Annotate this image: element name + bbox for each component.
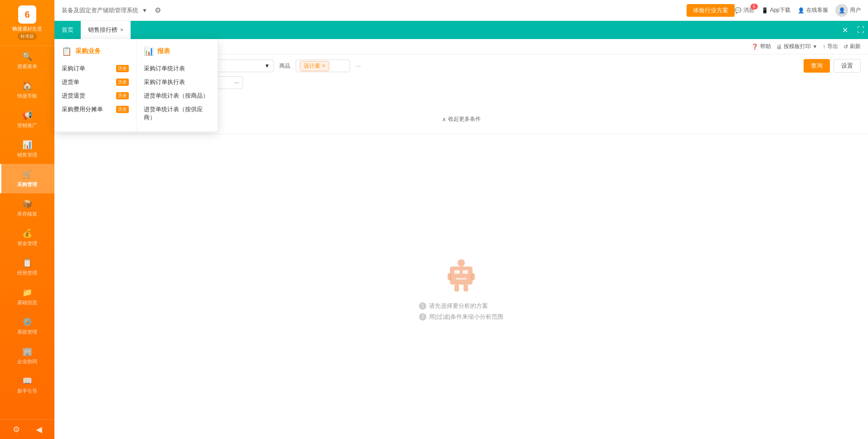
export-icon: ↑ — [823, 44, 825, 50]
print-btn[interactable]: 🖨 按模板打印 ▼ — [776, 43, 817, 50]
sidebar-item-basic-info[interactable]: 📁 基础信息 — [0, 282, 54, 311]
finance-icon: 💰 — [22, 228, 32, 238]
home-icon: 🏠 — [22, 81, 32, 91]
settings-gear-icon[interactable]: ⚙ — [155, 6, 161, 15]
procurement-col-header: 📋 采购业务 — [62, 46, 129, 56]
empty-state: 1 请先选择要分析的方案 2 用[过滤]条件来缩小分析范围 — [54, 134, 868, 439]
purchase-order-history: 历史 — [116, 65, 129, 72]
messages-btn[interactable]: 💬 消息 6 — [735, 6, 754, 14]
return-history: 历史 — [116, 92, 129, 99]
empty-hint-1: 1 请先选择要分析的方案 — [419, 302, 503, 310]
app-download-btn[interactable]: 📱 App下载 — [761, 6, 790, 14]
sidebar-item-quick-nav[interactable]: 🏠 快捷导航 — [0, 75, 54, 105]
sidebar-item-search[interactable]: 🔍 搜索菜单 — [0, 46, 54, 75]
system-dropdown-btn[interactable]: ▼ — [142, 7, 147, 14]
goods-tag-close[interactable]: × — [322, 63, 325, 69]
dropdown-item-expense[interactable]: 采购费用分摊单 历史 — [62, 103, 129, 116]
empty-hint-2: 2 用[过滤]条件来缩小分析范围 — [419, 313, 503, 321]
expense-history: 历史 — [116, 106, 129, 113]
sidebar-settings-btn[interactable]: ⚙ — [13, 424, 20, 434]
inventory-icon: 📦 — [22, 199, 32, 209]
goods-tag: 设计素 × — [300, 61, 329, 71]
dropdown-item-order-exec[interactable]: 采购订单执行表 — [144, 75, 211, 89]
sidebar-item-enterprise[interactable]: 🏢 企业协同 — [0, 341, 54, 370]
sidebar-item-marketing[interactable]: 📢 营销推广 — [0, 105, 54, 134]
sidebar-item-guide[interactable]: 📖 新手引导 — [0, 370, 54, 400]
return-label: 进货退货 — [62, 92, 85, 100]
reports-col-icon: 📊 — [144, 46, 154, 56]
sidebar-item-inventory[interactable]: 📦 库存核算 — [0, 193, 54, 223]
procurement-col-title: 采购业务 — [75, 47, 101, 55]
query-actions: 查询 设置 — [804, 59, 861, 73]
service-icon: 👤 — [798, 7, 805, 14]
search-icon: 🔍 — [22, 51, 32, 61]
hint-1-text: 请先选择要分析的方案 — [429, 302, 488, 310]
tab-sales-rank[interactable]: 销售排行榜 × — [81, 21, 131, 39]
system-icon: ⚙️ — [22, 317, 32, 327]
svg-rect-5 — [471, 273, 475, 280]
settings-button[interactable]: 设置 — [834, 59, 861, 73]
goods-label: 商品 — [279, 62, 290, 70]
inbound-history: 历史 — [116, 79, 129, 86]
phone-icon: 📱 — [761, 7, 768, 14]
sidebar-bottom: ⚙ ◀ — [0, 419, 54, 439]
print-dropdown-icon: ▼ — [813, 44, 817, 49]
window-close-btn[interactable]: ✕ — [837, 26, 853, 35]
print-icon: 🖨 — [776, 44, 782, 50]
empty-robot-icon — [439, 253, 484, 298]
svg-rect-4 — [448, 273, 451, 280]
online-service-btn[interactable]: 👤 在线客服 — [798, 6, 828, 14]
svg-rect-3 — [456, 278, 467, 280]
inbound-by-goods-label: 进货单统计表（按商品） — [144, 92, 209, 100]
inbound-by-supplier-label: 进货单统计表（按供应商） — [144, 105, 211, 122]
dropdown-item-return[interactable]: 进货退货 历史 — [62, 89, 129, 103]
sidebar-item-operations[interactable]: 📋 经营管理 — [0, 252, 54, 282]
sidebar-collapse-btn[interactable]: ◀ — [36, 424, 42, 434]
procurement-col-icon: 📋 — [62, 46, 72, 56]
sidebar-item-procurement[interactable]: 🛒 采购管理 — [0, 164, 54, 193]
sidebar-item-system[interactable]: ⚙️ 系统管理 — [0, 311, 54, 341]
export-btn[interactable]: ↑ 导出 — [823, 43, 838, 50]
help-btn[interactable]: ❓ 帮助 — [751, 43, 771, 50]
guide-icon: 📖 — [22, 376, 32, 386]
query-button[interactable]: 查询 — [804, 59, 830, 73]
basic-info-icon: 📁 — [22, 287, 32, 297]
logo-icon: 6 — [18, 5, 36, 24]
goods-filter[interactable]: 设计素 × — [296, 59, 350, 72]
tab-home[interactable]: 首页 — [54, 21, 81, 39]
user-menu-btn[interactable]: 👤 用户 — [835, 4, 861, 17]
tab-close-icon[interactable]: × — [120, 27, 123, 33]
edition-badge: 标准版 — [18, 33, 37, 40]
reports-col-header: 📊 报表 — [144, 46, 211, 56]
svg-rect-6 — [454, 285, 459, 291]
reports-col: 📊 报表 采购订单统计表 采购订单执行表 进货单统计表（按商品） 进货单统计表（… — [137, 39, 218, 132]
reports-col-title: 报表 — [157, 47, 170, 55]
refresh-btn[interactable]: ↺ 刷新 — [844, 43, 861, 50]
sidebar-item-sales[interactable]: 📊 销售管理 — [0, 134, 54, 164]
goods-filter-more[interactable]: ··· — [356, 62, 361, 69]
hint-2-text: 用[过滤]条件来缩小分析范围 — [429, 313, 503, 321]
empty-hints: 1 请先选择要分析的方案 2 用[过滤]条件来缩小分析范围 — [419, 302, 503, 321]
window-expand-btn[interactable]: ⛶ — [853, 26, 868, 34]
avatar: 👤 — [835, 4, 848, 17]
header-actions: 💬 消息 6 📱 App下载 👤 在线客服 👤 用户 — [735, 4, 861, 17]
sidebar-item-finance[interactable]: 💰 资金管理 — [0, 223, 54, 252]
expense-label: 采购费用分摊单 — [62, 105, 103, 113]
enterprise-icon: 🏢 — [22, 346, 32, 356]
dropdown-item-inbound[interactable]: 进货单 历史 — [62, 75, 129, 89]
dropdown-item-inbound-by-supplier[interactable]: 进货单统计表（按供应商） — [144, 103, 211, 124]
svg-rect-1 — [454, 270, 460, 274]
dropdown-item-purchase-order[interactable]: 采购订单 历史 — [62, 62, 129, 75]
sidebar-nav: 🔍 搜索菜单 🏠 快捷导航 📢 营销推广 📊 销售管理 🛒 采购管理 📦 库存核… — [0, 46, 54, 419]
top-header: 装备及固定资产辅助管理系统 ▼ ⚙ 体验行业方案 💬 消息 6 📱 App下载 … — [54, 0, 868, 21]
dropdown-item-order-stats[interactable]: 采购订单统计表 — [144, 62, 211, 75]
hint-1-icon: 1 — [419, 302, 426, 310]
industry-btn[interactable]: 体验行业方案 — [687, 4, 735, 17]
tab-bar: 首页 销售排行榜 × ✕ ⛶ — [54, 21, 868, 39]
dropdown-item-inbound-by-goods[interactable]: 进货单统计表（按商品） — [144, 89, 211, 103]
empty-illustration — [439, 253, 484, 298]
purchase-order-label: 采购订单 — [62, 64, 85, 73]
collapse-icon: ∧ — [442, 116, 446, 123]
refresh-icon: ↺ — [844, 44, 848, 50]
system-title: 装备及固定资产辅助管理系统 ▼ ⚙ — [62, 6, 681, 15]
